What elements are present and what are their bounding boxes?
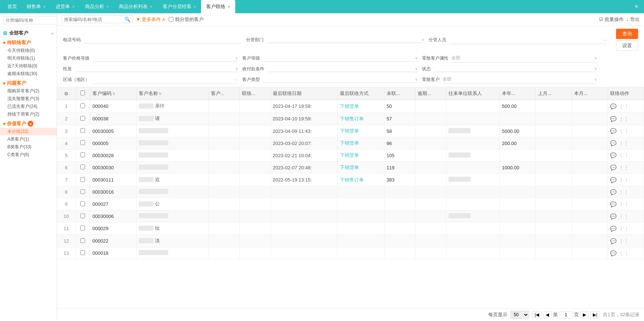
row-checkbox[interactable] — [80, 238, 85, 243]
window-close-icon[interactable]: × — [632, 3, 641, 10]
filter-cust-type-select[interactable]: ∨ — [263, 76, 417, 83]
more-icon[interactable]: ⋮⋮ — [619, 116, 629, 122]
contact-icon[interactable]: 💬 — [610, 189, 616, 195]
close-icon[interactable]: × — [228, 4, 230, 9]
dots-icon[interactable]: ··· — [603, 37, 607, 43]
method-link[interactable]: 下销货单 — [340, 165, 359, 170]
sidebar-item-type-a[interactable]: A类客户(1) — [0, 135, 57, 143]
tab-purchase[interactable]: 进货单 × — [50, 0, 80, 13]
row-checkbox[interactable] — [80, 116, 85, 121]
filter-retail-select2[interactable]: 全部 ∨ — [443, 75, 597, 84]
filter-retail-select[interactable]: 全部 ∨ — [451, 54, 597, 63]
more-icon[interactable]: ⋮⋮ — [619, 165, 629, 170]
more-icon[interactable]: ⋮⋮ — [619, 226, 629, 232]
page-input[interactable] — [559, 311, 573, 318]
contact-icon[interactable]: 💬 — [610, 152, 616, 158]
filter-price-select[interactable]: ∨ — [92, 55, 238, 61]
tab-home[interactable]: 首页 — [3, 0, 21, 13]
contact-icon[interactable]: 💬 — [610, 177, 616, 183]
reset-button[interactable]: 设置 — [616, 40, 638, 51]
close-icon[interactable]: × — [150, 4, 152, 9]
filter-region-select[interactable]: ··· — [92, 75, 238, 84]
filter-nature-select[interactable]: ∨ — [75, 66, 238, 72]
my-customers-checkbox-wrap[interactable]: 我分管的客户 — [169, 16, 204, 23]
contact-icon[interactable]: 💬 — [610, 140, 616, 146]
contact-icon[interactable]: 💬 — [610, 226, 616, 232]
sidebar-collapse-icon[interactable]: « — [51, 31, 54, 36]
contact-icon[interactable]: 💬 — [610, 116, 616, 122]
sidebar-item-ungroup[interactable]: 未分组(32) — [0, 128, 57, 135]
sidebar-search-input[interactable] — [3, 16, 57, 24]
first-page-btn[interactable]: |◀ — [532, 311, 542, 318]
query-button[interactable]: 查询 — [616, 29, 638, 39]
sidebar-item-abnormal[interactable]: 囤购异常客户(2) — [0, 87, 57, 95]
contact-icon[interactable]: 💬 — [610, 103, 616, 109]
more-icon[interactable]: ⋮⋮ — [619, 201, 629, 207]
tab-customer-contact[interactable]: 客户联络 × — [201, 0, 235, 13]
sidebar-item-7days[interactable]: 近7天待联络(0) — [0, 62, 57, 70]
filter-btn[interactable]: ▼ 更多条件 ∧ — [136, 16, 166, 23]
row-checkbox[interactable] — [80, 152, 85, 157]
all-customers-header[interactable]: ⊞ 全部客户 — [3, 30, 28, 36]
method-link[interactable]: 下销货单 — [340, 140, 359, 146]
more-icon[interactable]: ⋮⋮ — [619, 250, 629, 256]
more-icon[interactable]: ⋮⋮ — [619, 189, 629, 195]
row-checkbox[interactable] — [80, 128, 85, 133]
last-page-btn[interactable]: ▶| — [590, 311, 600, 318]
contact-icon[interactable]: 💬 — [610, 165, 616, 170]
close-icon[interactable]: × — [72, 4, 74, 9]
close-icon[interactable]: × — [194, 4, 196, 9]
tab-sales[interactable]: 销售单 × — [21, 0, 50, 13]
per-page-select[interactable]: 50 100 200 — [510, 311, 529, 319]
method-link[interactable]: 下销货单 — [340, 103, 359, 109]
more-icon[interactable]: ⋮⋮ — [619, 128, 629, 134]
row-checkbox[interactable] — [80, 250, 85, 255]
filter-dept-select[interactable]: ∨ — [267, 36, 425, 43]
row-checkbox[interactable] — [80, 214, 85, 218]
filter-payment-select[interactable]: ∨ — [267, 66, 417, 72]
next-page-btn[interactable]: ▶ — [580, 311, 589, 318]
tab-product-list[interactable]: 商品分析列表 × — [114, 0, 157, 13]
contact-icon[interactable]: 💬 — [610, 214, 616, 219]
more-icon[interactable]: ⋮⋮ — [619, 152, 629, 158]
sidebar-item-lost[interactable]: 已流失客户(24) — [0, 103, 57, 110]
row-checkbox[interactable] — [80, 201, 85, 206]
select-all-checkbox[interactable] — [80, 91, 85, 95]
sort-icon-name[interactable]: ⇅ — [159, 92, 162, 96]
close-icon[interactable]: × — [106, 4, 109, 9]
contact-icon[interactable]: 💬 — [610, 238, 616, 244]
sidebar-item-declining[interactable]: 持续下滑客户(2) — [0, 110, 57, 118]
sort-icon-code[interactable]: ⇅ — [112, 92, 115, 96]
row-checkbox[interactable] — [80, 103, 85, 108]
settings-icon[interactable]: ⚙ — [64, 91, 68, 96]
more-icon[interactable]: ⋮⋮ — [619, 238, 629, 244]
more-icon[interactable]: ⋮⋮ — [619, 140, 629, 146]
method-link[interactable]: 下销货单 — [340, 152, 359, 158]
search-input[interactable] — [64, 17, 123, 22]
sidebar-item-type-c[interactable]: C类客户(6) — [0, 151, 57, 159]
sidebar-item-type-b[interactable]: B类客户(33) — [0, 143, 57, 151]
sidebar-item-overdue[interactable]: 逾期未联络(30) — [0, 70, 57, 78]
filter-person-select[interactable]: ··· — [449, 36, 607, 44]
sidebar-item-today[interactable]: 今天待联络(0) — [0, 47, 57, 54]
tab-product-analysis[interactable]: 商品分析 × — [80, 0, 114, 13]
filter-status-select[interactable]: ∨ — [434, 66, 597, 72]
search-icon[interactable]: 🔍 — [124, 17, 130, 22]
my-customers-checkbox[interactable] — [169, 17, 173, 22]
contact-icon[interactable]: 💬 — [610, 128, 616, 134]
prev-page-btn[interactable]: ◀ — [543, 311, 552, 318]
filter-phone-input[interactable] — [84, 36, 242, 44]
filter-level-select[interactable]: ∨ — [263, 55, 417, 61]
method-link[interactable]: 下销货单 — [340, 128, 359, 134]
more-icon[interactable]: ⋮⋮ — [619, 214, 629, 219]
method-link[interactable]: 下销售订单 — [340, 116, 364, 121]
method-link[interactable]: 下销售订单 — [340, 177, 364, 183]
row-checkbox[interactable] — [80, 140, 85, 145]
row-checkbox[interactable] — [80, 226, 85, 230]
dots-icon2[interactable]: ··· — [234, 77, 238, 82]
export-btn[interactable]: ↓ 导出 — [627, 16, 640, 23]
row-checkbox[interactable] — [80, 177, 85, 182]
more-icon[interactable]: ⋮⋮ — [619, 103, 629, 109]
close-icon[interactable]: × — [43, 4, 45, 9]
batch-ops-btn[interactable]: ☑ 批量操作 — [599, 16, 624, 23]
